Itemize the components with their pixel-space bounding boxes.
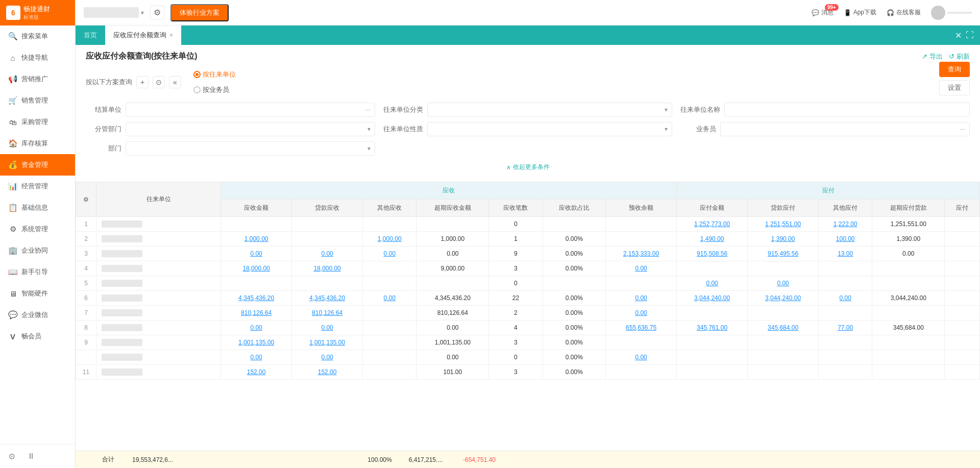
cell-ap-loan[interactable] (748, 350, 819, 365)
tab-ar-ap[interactable]: 应收应付余额查询 × (105, 26, 181, 45)
cell-ar-other[interactable] (363, 350, 416, 365)
cell-ap-other[interactable]: 0.00 (819, 291, 872, 306)
cell-ap-loan[interactable]: 915,495.56 (748, 247, 819, 261)
cell-ar-other[interactable] (363, 365, 416, 380)
cell-ap-other[interactable]: 13.00 (819, 247, 872, 261)
cell-ar-other[interactable] (363, 321, 416, 335)
sidebar-item-hardware[interactable]: 🖥 智能硬件 (0, 283, 75, 304)
tab-close-icon[interactable]: × (169, 32, 173, 39)
cell-ap-other[interactable] (819, 261, 872, 276)
cell-ar-loan[interactable] (292, 217, 363, 232)
company-category-select[interactable]: ▾ (427, 103, 673, 117)
sidebar-item-member[interactable]: V 畅会员 (0, 326, 75, 347)
sidebar-item-search[interactable]: 🔍 搜索菜单 (0, 26, 75, 47)
dept-select[interactable]: ▾ (126, 141, 375, 156)
cell-ar-amount[interactable]: 0.00 (221, 321, 292, 335)
collapse-more-conditions[interactable]: ∧ 收起更多条件 (86, 159, 970, 176)
cell-ar-other[interactable]: 0.00 (363, 247, 416, 261)
cell-ap-loan[interactable]: 345,684.00 (748, 321, 819, 335)
cell-ar-loan[interactable]: 1,001,135.00 (292, 335, 363, 350)
cell-ar-prepay[interactable]: 0.00 (606, 306, 677, 321)
sidebar-item-guide[interactable]: 📖 新手引导 (0, 261, 75, 283)
cell-ap-loan[interactable]: 1,390.00 (748, 232, 819, 247)
cell-ap-other[interactable]: 77.00 (819, 321, 872, 335)
cell-ap-loan[interactable] (748, 365, 819, 380)
cell-ar-amount[interactable]: 0.00 (221, 350, 292, 365)
cell-ap-other[interactable] (819, 276, 872, 291)
salesperson-input[interactable]: ··· (720, 122, 970, 136)
cell-ar-prepay[interactable]: 0.00 (606, 350, 677, 365)
cell-ap-loan[interactable]: 3,044,240.00 (748, 291, 819, 306)
cell-ap-other[interactable] (819, 306, 872, 321)
cell-ap-loan[interactable] (748, 261, 819, 276)
cell-ar-amount[interactable]: 810,126.64 (221, 306, 292, 321)
sidebar-settings-icon[interactable]: ⚙ (4, 449, 19, 464)
cell-ap-amount[interactable]: 915,508.56 (677, 247, 748, 261)
refresh-button[interactable]: ↺ 刷新 (949, 52, 970, 61)
search-option-by-company[interactable]: 按往来单位 (189, 68, 240, 81)
add-scheme-button[interactable]: + (136, 76, 149, 88)
cell-ar-other[interactable] (363, 217, 416, 232)
cell-ar-amount[interactable]: 0.00 (221, 247, 292, 261)
sidebar-item-purchase[interactable]: 🛍 采购管理 (0, 111, 75, 133)
cell-ar-other[interactable] (363, 306, 416, 321)
sidebar-item-basicinfo[interactable]: 📋 基础信息 (0, 197, 75, 218)
cell-ar-loan[interactable]: 152.00 (292, 365, 363, 380)
cell-ap-loan[interactable]: 0.00 (748, 276, 819, 291)
cell-ar-other[interactable] (363, 335, 416, 350)
tab-fullscreen-icon[interactable]: ⛶ (966, 31, 974, 40)
sidebar-item-quicknav[interactable]: ⌂ 快捷导航 (0, 47, 75, 68)
sidebar-item-marketing[interactable]: 📢 营销推广 (0, 68, 75, 90)
cell-ap-other[interactable]: 1,222.00 (819, 217, 872, 232)
cell-ar-loan[interactable]: 0.00 (292, 350, 363, 365)
cell-ar-amount[interactable]: 152.00 (221, 365, 292, 380)
cell-ar-amount[interactable]: 18,000.00 (221, 261, 292, 276)
cell-ar-loan[interactable] (292, 232, 363, 247)
cell-ar-other[interactable]: 1,000.00 (363, 232, 416, 247)
cell-ap-amount[interactable]: 345,761.00 (677, 321, 748, 335)
messages-button[interactable]: 💬 消息 99+ (812, 8, 834, 17)
sidebar-collapse-icon[interactable]: ⏸ (23, 449, 39, 464)
cell-ap-other[interactable]: 100.00 (819, 232, 872, 247)
sidebar-item-system[interactable]: ⚙ 系统管理 (0, 218, 75, 240)
setting-button[interactable]: 设置 (939, 80, 970, 95)
cell-ar-prepay[interactable] (606, 365, 677, 380)
cell-ar-amount[interactable] (221, 276, 292, 291)
cell-ar-amount[interactable]: 1,001,135.00 (221, 335, 292, 350)
company-name-input[interactable] (724, 103, 970, 117)
cell-ar-amount[interactable] (221, 217, 292, 232)
promo-button[interactable]: 体验行业方案 (170, 4, 229, 21)
cell-ap-other[interactable] (819, 335, 872, 350)
scheme-settings-button[interactable]: ⊙ (153, 76, 165, 88)
cell-ar-prepay[interactable] (606, 232, 677, 247)
cell-ar-loan[interactable]: 0.00 (292, 321, 363, 335)
cell-ar-prepay[interactable] (606, 335, 677, 350)
cell-ap-amount[interactable]: 1,252,773.00 (677, 217, 748, 232)
search-option-by-staff[interactable]: 按业务员 (189, 83, 240, 96)
company-nature-select[interactable]: ▾ (427, 122, 673, 136)
tab-close-all-icon[interactable]: ✕ (955, 31, 962, 40)
cell-ar-prepay[interactable]: 0.00 (606, 261, 677, 276)
cell-ar-amount[interactable]: 4,345,436.20 (221, 291, 292, 306)
cell-ar-other[interactable] (363, 261, 416, 276)
sidebar-item-finance[interactable]: 💰 资金管理 (0, 154, 75, 176)
cell-ap-amount[interactable]: 0.00 (677, 276, 748, 291)
cell-ap-loan[interactable] (748, 335, 819, 350)
cell-ar-prepay[interactable] (606, 276, 677, 291)
cell-ar-prepay[interactable]: 0.00 (606, 291, 677, 306)
support-button[interactable]: 🎧 在线客服 (887, 8, 921, 17)
user-info[interactable] (931, 6, 972, 20)
cell-ap-amount[interactable] (677, 350, 748, 365)
breadcrumb-chevron[interactable]: ▾ (141, 9, 144, 16)
col-settings[interactable]: ⚙ (76, 182, 96, 217)
cell-ar-loan[interactable]: 810,126.64 (292, 306, 363, 321)
cell-ap-amount[interactable]: 1,490.00 (677, 232, 748, 247)
sidebar-item-sales[interactable]: 🛒 销售管理 (0, 90, 75, 111)
cell-ar-prepay[interactable]: 655,636.75 (606, 321, 677, 335)
sidebar-item-enterprise[interactable]: 🏢 企业协同 (0, 240, 75, 261)
cell-ap-loan[interactable] (748, 306, 819, 321)
export-button[interactable]: ↗ 导出 (922, 52, 943, 61)
tab-home[interactable]: 首页 (76, 26, 105, 45)
cell-ar-prepay[interactable]: 2,153,333.00 (606, 247, 677, 261)
cell-ap-other[interactable] (819, 365, 872, 380)
